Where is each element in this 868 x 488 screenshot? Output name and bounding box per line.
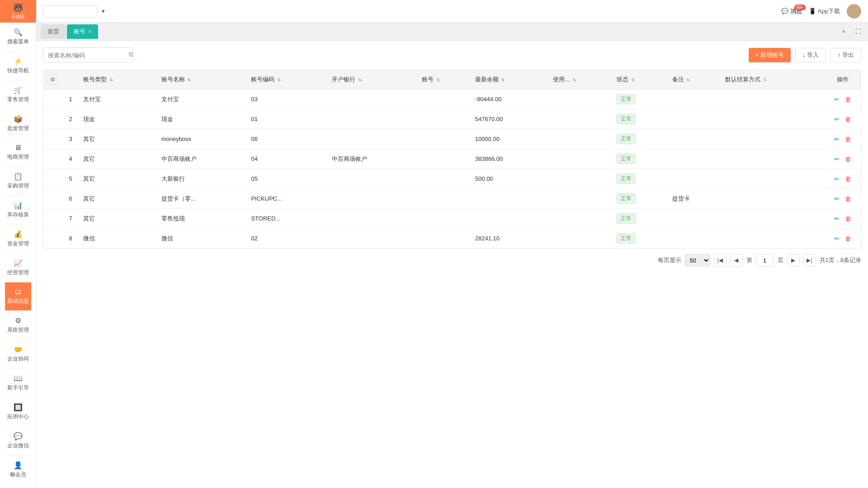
row-account xyxy=(418,129,472,149)
delete-button[interactable]: 🗑 xyxy=(843,155,853,164)
row-type: 其它 xyxy=(80,189,158,209)
edit-button[interactable]: ✏ xyxy=(832,135,841,144)
sidebar-item-ecommerce[interactable]: 🖥 电商管理 xyxy=(5,138,31,167)
row-actions: ✏ 🗑 xyxy=(825,109,861,129)
tab-close-window[interactable]: × xyxy=(838,26,849,37)
row-usage xyxy=(549,149,613,169)
topbar-search-input[interactable] xyxy=(43,5,97,18)
toolbar: 🔍 + 新增账号 ↓ 导入 ↑ 导出 xyxy=(43,47,861,63)
page-label: 第 xyxy=(746,256,752,264)
row-type: 现金 xyxy=(80,109,158,129)
delete-button[interactable]: 🗑 xyxy=(843,194,853,203)
page-input[interactable] xyxy=(756,254,774,267)
last-page-button[interactable]: ▶| xyxy=(803,254,816,267)
page-size-select[interactable]: 102050100 xyxy=(685,254,710,267)
col-balance[interactable]: 最新余额 ⇅ xyxy=(472,70,550,89)
table-row: 6 其它 提货卡（零... PICKUPC... 正常 提货卡 ✏ 🗑 xyxy=(43,189,861,209)
msg-icon: 💬 xyxy=(781,8,788,14)
row-remark xyxy=(669,109,722,129)
topbar-dropdown[interactable]: ▾ xyxy=(102,8,105,14)
col-remark[interactable]: 备注 ⇅ xyxy=(669,70,722,89)
sidebar-item-system[interactable]: ⚙ 系统管理 xyxy=(5,311,31,340)
col-code[interactable]: 账号编码 ⇅ xyxy=(247,70,328,89)
row-status: 正常 xyxy=(613,129,669,149)
row-balance: -90444.00 xyxy=(472,89,550,109)
sidebar-item-inventory[interactable]: 📊 库存核算 xyxy=(5,196,31,225)
edit-button[interactable]: ✏ xyxy=(832,194,841,203)
tab-accounts[interactable]: 账号 × xyxy=(67,24,98,39)
edit-button[interactable]: ✏ xyxy=(832,155,841,164)
topbar-app-download[interactable]: 📱 App下载 xyxy=(809,7,840,15)
delete-button[interactable]: 🗑 xyxy=(843,174,853,183)
edit-button[interactable]: ✏ xyxy=(832,95,841,104)
topbar-msg[interactable]: 💬 消息 99+ xyxy=(781,7,802,15)
row-code: 05 xyxy=(247,169,328,189)
add-account-button[interactable]: + 新增账号 xyxy=(749,48,791,62)
edit-button[interactable]: ✏ xyxy=(832,115,841,124)
edit-button[interactable]: ✏ xyxy=(832,174,841,183)
row-status: 正常 xyxy=(613,89,669,109)
edit-button[interactable]: ✏ xyxy=(832,214,841,223)
row-type: 微信 xyxy=(80,229,158,249)
table-row: 4 其它 中百商场账户 04 中百商场账户 383866.00 正常 ✏ 🗑 xyxy=(43,149,861,169)
col-settings-icon[interactable]: ⚙ xyxy=(47,75,57,84)
sidebar-item-wholesale[interactable]: 📦 批发管理 xyxy=(5,109,31,138)
delete-button[interactable]: 🗑 xyxy=(843,234,853,243)
edit-button[interactable]: ✏ xyxy=(832,234,841,243)
col-type[interactable]: 账号类型 ⇅ xyxy=(80,70,158,89)
user-avatar[interactable] xyxy=(847,4,861,19)
delete-button[interactable]: 🗑 xyxy=(843,214,853,223)
tab-close-icon[interactable]: × xyxy=(88,28,91,35)
sidebar-item-finance[interactable]: 💰 资金管理 xyxy=(5,225,31,253)
search-button[interactable]: 🔍 xyxy=(128,48,133,62)
search-input[interactable] xyxy=(43,48,128,62)
delete-button[interactable]: 🗑 xyxy=(843,95,853,104)
sidebar-item-enterprise[interactable]: 🤝 企业协同 xyxy=(5,340,31,369)
row-usage xyxy=(549,129,613,149)
accounts-table: ⚙ 账号类型 ⇅ 账号名称 ⇅ 账号编码 ⇅ 开户银行 ⇅ 账号 ⇅ 最新余额 … xyxy=(43,70,861,248)
col-name[interactable]: 账号名称 ⇅ xyxy=(158,70,248,89)
export-button[interactable]: ↑ 导出 xyxy=(830,48,861,62)
prev-page-button[interactable]: ◀ xyxy=(730,254,743,267)
col-actions: 操作 xyxy=(825,70,861,89)
col-usage[interactable]: 使用... ⇅ xyxy=(549,70,613,89)
sidebar-item-guide[interactable]: 📖 新手引导 xyxy=(5,369,31,398)
sidebar-icon-member: 👤 xyxy=(14,461,23,469)
row-remark xyxy=(669,229,722,249)
next-page-button[interactable]: ▶ xyxy=(787,254,800,267)
accounts-table-wrap: ⚙ 账号类型 ⇅ 账号名称 ⇅ 账号编码 ⇅ 开户银行 ⇅ 账号 ⇅ 最新余额 … xyxy=(43,70,861,249)
row-name: 现金 xyxy=(158,109,248,129)
delete-button[interactable]: 🗑 xyxy=(843,135,853,144)
sidebar-item-operations[interactable]: 📈 经营管理 xyxy=(5,253,31,282)
app-logo[interactable]: 🐻 乐惠版 xyxy=(0,0,36,23)
status-badge: 正常 xyxy=(617,233,636,244)
status-badge: 正常 xyxy=(617,193,636,204)
first-page-button[interactable]: |◀ xyxy=(714,254,726,267)
col-account[interactable]: 账号 ⇅ xyxy=(418,70,472,89)
col-status[interactable]: 状态 ⇅ xyxy=(613,70,669,89)
row-actions: ✏ 🗑 xyxy=(825,189,861,209)
col-settlement[interactable]: 默认结算方式 ⇅ xyxy=(722,70,825,89)
delete-button[interactable]: 🗑 xyxy=(843,115,853,124)
sidebar-item-retail[interactable]: 🛒 零售管理 xyxy=(5,80,31,109)
row-name: moneybosx xyxy=(158,129,248,149)
col-bank[interactable]: 开户银行 ⇅ xyxy=(328,70,418,89)
row-type: 其它 xyxy=(80,169,158,189)
tab-home-label: 首页 xyxy=(47,28,59,36)
sidebar-item-wechat[interactable]: 💬 企业微信 xyxy=(5,427,31,455)
sidebar-item-purchase[interactable]: 📋 采购管理 xyxy=(5,167,31,196)
row-settings xyxy=(43,189,61,209)
sidebar-icon-guide: 📖 xyxy=(14,374,23,383)
import-button[interactable]: ↓ 导入 xyxy=(795,48,826,62)
tab-minimize-window[interactable]: ⛶ xyxy=(853,26,863,37)
sidebar-item-quick[interactable]: ⚡ 快捷导航 xyxy=(5,52,31,80)
sidebar-item-apps[interactable]: 🔲 应用中心 xyxy=(5,398,31,427)
row-code: 02 xyxy=(247,229,328,249)
row-settlement xyxy=(722,229,825,249)
row-code: 06 xyxy=(247,129,328,149)
col-settings: ⚙ xyxy=(43,70,61,89)
sidebar-item-member[interactable]: 👤 畅会员 xyxy=(5,455,31,484)
sidebar-item-basic[interactable]: 🗂 基础信息 xyxy=(5,282,31,311)
sidebar-item-search[interactable]: 🔍 搜索菜单 xyxy=(5,23,31,52)
tab-home[interactable]: 首页 xyxy=(41,24,66,39)
